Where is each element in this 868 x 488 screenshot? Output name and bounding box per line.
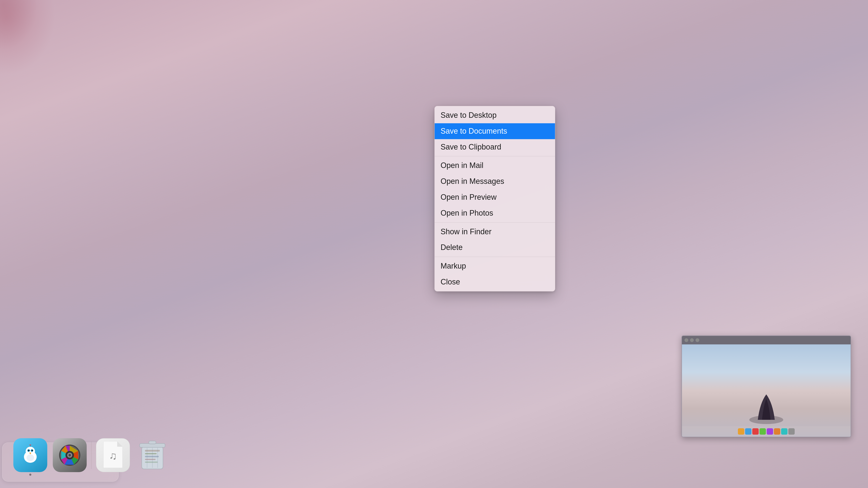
svg-rect-22 <box>145 459 156 460</box>
music-icon: ♫ <box>96 438 130 472</box>
preview-dock-icon-8 <box>788 428 795 435</box>
menu-item-save-to-documents[interactable]: Save to Documents <box>435 123 555 139</box>
rock-silhouette <box>745 386 787 424</box>
dock-app-music[interactable]: ♫ <box>95 437 131 473</box>
preview-dock-icon-2 <box>745 428 751 435</box>
filmreel-svg <box>58 444 82 467</box>
preview-image <box>682 345 850 437</box>
svg-point-7 <box>27 454 34 461</box>
preview-dock-icon-7 <box>781 428 787 435</box>
menu-item-open-in-mail[interactable]: Open in Mail <box>435 158 555 173</box>
menu-item-markup[interactable]: Markup <box>435 258 555 274</box>
trash-svg <box>138 439 166 471</box>
tweetbot-dot <box>29 474 31 476</box>
svg-rect-20 <box>145 453 157 454</box>
menu-item-open-in-preview[interactable]: Open in Preview <box>435 189 555 205</box>
titlebar-close-btn <box>684 338 688 342</box>
svg-point-5 <box>28 450 29 451</box>
menu-item-open-in-photos[interactable]: Open in Photos <box>435 205 555 221</box>
menu-item-open-in-messages[interactable]: Open in Messages <box>435 173 555 189</box>
preview-dock-icon-1 <box>738 428 744 435</box>
trash-icon <box>135 438 169 472</box>
tree-overlay <box>0 0 64 85</box>
tweetbot-bird <box>20 445 41 466</box>
svg-rect-18 <box>149 441 156 444</box>
thumbnail-preview <box>682 335 851 437</box>
preview-dock-icon-5 <box>767 428 773 435</box>
dock-app-filmreel[interactable] <box>52 437 88 473</box>
menu-item-save-to-clipboard[interactable]: Save to Clipboard <box>435 139 555 155</box>
titlebar-minimize-btn <box>690 338 694 342</box>
dock: ♫ <box>4 437 258 478</box>
menu-divider-2 <box>435 222 555 223</box>
svg-point-6 <box>32 450 33 451</box>
dock-app-tweetbot[interactable] <box>12 437 48 473</box>
menu-item-save-to-desktop[interactable]: Save to Desktop <box>435 107 555 123</box>
svg-point-14 <box>68 454 71 456</box>
menu-item-close[interactable]: Close <box>435 274 555 290</box>
menu-item-show-in-finder[interactable]: Show in Finder <box>435 224 555 240</box>
dock-app-trash[interactable] <box>134 437 170 473</box>
menu-divider-3 <box>435 257 555 257</box>
svg-point-9 <box>29 445 31 446</box>
svg-rect-23 <box>145 461 158 463</box>
menu-item-delete[interactable]: Delete <box>435 239 555 255</box>
preview-dock-icon-3 <box>752 428 758 435</box>
preview-dock-bar <box>682 426 850 437</box>
preview-titlebar <box>682 336 850 345</box>
preview-dock-icon-6 <box>774 428 780 435</box>
tweetbot-icon <box>13 438 47 472</box>
filmreel-icon <box>53 438 87 472</box>
preview-dock-icon-4 <box>760 428 766 435</box>
dock-separator <box>91 442 92 469</box>
context-menu: Save to Desktop Save to Documents Save t… <box>434 106 555 291</box>
titlebar-maximize-btn <box>695 338 699 342</box>
svg-text:♫: ♫ <box>109 450 117 462</box>
music-doc-svg: ♫ <box>101 442 125 469</box>
